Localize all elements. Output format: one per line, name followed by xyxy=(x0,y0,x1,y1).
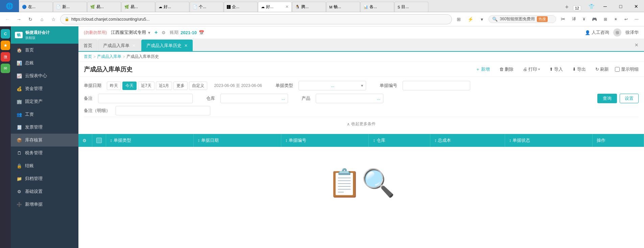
content-tab-产成品入库单历史[interactable]: 产成品入库单历史✕ xyxy=(141,40,193,51)
sidebar-item-tax[interactable]: 🗒税务管理 xyxy=(11,146,78,159)
th-date[interactable]: ↕ 单据日期 xyxy=(193,134,281,147)
browser-tab-t3[interactable]: 🌿易... xyxy=(87,2,121,12)
theme-btn[interactable]: ☀ xyxy=(611,16,620,23)
breadcrumb-home[interactable]: 首页 xyxy=(84,54,92,60)
browser-tab-t11[interactable]: 📊各... xyxy=(360,2,394,12)
new-btn[interactable]: ＋ 新增 xyxy=(472,65,493,74)
panel-close-btn[interactable]: ✕ xyxy=(635,42,639,48)
translate-btn[interactable]: 译 xyxy=(569,15,579,23)
sidebar-item-funds[interactable]: 💰资金管理 xyxy=(11,82,78,95)
set-button[interactable]: 设置 xyxy=(620,94,639,103)
game-btn[interactable]: 🎮 xyxy=(589,16,600,23)
currency-btn[interactable]: ¥ xyxy=(580,16,588,23)
th-number[interactable]: ↕ 单据编号 xyxy=(281,134,369,147)
product-filter-label: 产品 xyxy=(302,95,310,102)
url-bar[interactable]: 🔒 https://cloud.chanjet.com/accounting/u… xyxy=(60,14,452,24)
delete-btn[interactable]: 🗑 删除 xyxy=(496,65,517,74)
query-button[interactable]: 查询 xyxy=(597,94,617,103)
forward-button[interactable]: → xyxy=(14,15,24,24)
sidebar-item-home[interactable]: 🏠首页 xyxy=(11,44,78,57)
th-status[interactable]: ↕ 单据状态 xyxy=(505,134,592,147)
th-cost[interactable]: ↕ 总成本 xyxy=(430,134,505,147)
product-selector[interactable]: ... xyxy=(316,94,383,103)
type-selector[interactable]: ... ▾ xyxy=(299,81,366,90)
remark-detail-input[interactable] xyxy=(116,106,210,115)
calendar-icon[interactable]: 📅 xyxy=(199,30,204,35)
tab-close-产成品入库单历史[interactable]: ✕ xyxy=(184,43,188,48)
date-btn-近1月[interactable]: 近1月 xyxy=(156,82,172,90)
sidebar-item-invoice[interactable]: 🧾发票管理 xyxy=(11,121,78,134)
th-type[interactable]: ↕ 单据类型 xyxy=(106,134,193,147)
refresh-button[interactable]: ↻ xyxy=(26,15,35,24)
print-btn[interactable]: 🖨 打印 ▾ xyxy=(520,65,543,74)
bookmark-button[interactable]: ☆ xyxy=(49,15,58,24)
date-btn-自定义[interactable]: 自定义 xyxy=(189,82,207,90)
more-btn[interactable]: ⋯ xyxy=(632,16,641,23)
sidebar-item-settings[interactable]: ⚙基础设置 xyxy=(11,185,78,198)
star-icon[interactable]: ★ xyxy=(1,41,10,50)
email-icon[interactable]: ✉ xyxy=(1,64,10,73)
browser-tab-t1[interactable]: 🔵在... xyxy=(19,2,53,12)
date-btn-近7天[interactable]: 近7天 xyxy=(138,82,154,90)
date-btn-昨天[interactable]: 昨天 xyxy=(107,82,121,90)
browser-tab-t6[interactable]: 📄个... xyxy=(190,2,223,12)
sidebar-item-fixed[interactable]: 🏢固定资产 xyxy=(11,95,78,108)
nav-label-newbill: 新增单据 xyxy=(25,201,43,207)
account-settings-btn[interactable]: ⚙ xyxy=(162,30,166,35)
lightning-button[interactable]: ⚡ xyxy=(466,15,475,24)
show-col-checkbox[interactable] xyxy=(615,67,620,72)
browser-tab-t4[interactable]: 🌿易... xyxy=(121,2,155,12)
service-btn[interactable]: 👤 人工咨询 xyxy=(585,29,609,36)
undo-btn[interactable]: ↩ xyxy=(622,16,630,23)
tab-close-产成品入库单[interactable]: ✕ xyxy=(132,43,136,48)
remark-filter-input[interactable] xyxy=(98,94,193,103)
content-tab-首页[interactable]: 首页 xyxy=(78,40,97,51)
browser-search[interactable]: 🔍 360智能抠图免费用 热搜 xyxy=(488,15,556,23)
tab-count-badge[interactable]: 12 xyxy=(573,5,581,11)
th-checkbox[interactable] xyxy=(92,134,106,147)
home-button[interactable]: ⌂ xyxy=(37,15,47,24)
browser-tab-t10[interactable]: M畅... xyxy=(326,2,360,12)
browser-tab-t5[interactable]: ☁好... xyxy=(156,2,189,12)
number-filter-input[interactable] xyxy=(403,81,470,90)
collapse-filter-btn[interactable]: ∧ 收起更多条件 xyxy=(343,120,380,128)
browser-tab-t2[interactable]: 📄新... xyxy=(53,2,87,12)
weibo-icon[interactable]: 微 xyxy=(1,52,10,62)
browser-tab-t8[interactable]: ☁好...✕ xyxy=(258,2,292,12)
browser-tab-t9[interactable]: 🐧腾... xyxy=(292,2,326,12)
browser-tab-t12[interactable]: S目... xyxy=(395,2,428,12)
sidebar-item-reports[interactable]: 📈云报表中心 xyxy=(11,69,78,82)
refresh-btn[interactable]: ↻ 刷新 xyxy=(592,65,612,74)
warehouse-selector[interactable]: ... xyxy=(220,94,288,103)
th-settings[interactable]: ⚙ xyxy=(78,134,92,147)
dropdown-button[interactable]: ▾ xyxy=(477,15,486,24)
show-col-toggle[interactable]: 显示明细 xyxy=(615,66,639,72)
sidebar-item-inventory[interactable]: 📦库存核算 xyxy=(11,134,78,146)
maximize-button[interactable]: □ xyxy=(613,2,628,11)
date-btn-更多[interactable]: 更多 xyxy=(173,82,188,90)
new-tab-button[interactable]: + xyxy=(562,2,572,12)
minimize-button[interactable]: ─ xyxy=(597,2,613,11)
changjie-icon[interactable]: C xyxy=(1,29,10,39)
number-filter-label: 单据编号 xyxy=(380,83,397,89)
sidebar-item-general[interactable]: 📊总账 xyxy=(11,57,78,69)
back-button[interactable]: ← xyxy=(3,15,12,24)
export-btn[interactable]: ⬇ 导出 xyxy=(569,65,589,74)
company-selector[interactable]: 江西服宝测试专用 ▾ xyxy=(111,29,150,36)
add-account-btn[interactable]: + xyxy=(154,29,158,36)
browser-tab-t7[interactable]: 🅲企... xyxy=(224,2,258,12)
sidebar-item-archive[interactable]: 📁归档管理 xyxy=(11,172,78,185)
breadcrumb-parent[interactable]: 产成品入库单 xyxy=(97,54,121,60)
sidebar-item-newbill[interactable]: ➕新增单据 xyxy=(11,198,78,211)
content-tab-产成品入库单[interactable]: 产成品入库单✕ xyxy=(98,40,141,51)
grid-menu-button[interactable]: ⊞ xyxy=(454,15,463,24)
sidebar-item-payroll[interactable]: 👥工资 xyxy=(11,108,78,121)
import-btn[interactable]: ⬆ 导入 xyxy=(546,65,566,74)
grid-btn[interactable]: ⊞ xyxy=(601,16,610,23)
scissors-btn[interactable]: ✂ xyxy=(558,15,568,24)
close-button[interactable]: ✕ xyxy=(628,2,644,11)
sidebar-item-closing[interactable]: 🔒结账 xyxy=(11,159,78,172)
th-warehouse[interactable]: ↕ 仓库 xyxy=(369,134,430,147)
date-btn-今天[interactable]: 今天 xyxy=(122,82,137,90)
header-checkbox[interactable] xyxy=(96,138,102,143)
